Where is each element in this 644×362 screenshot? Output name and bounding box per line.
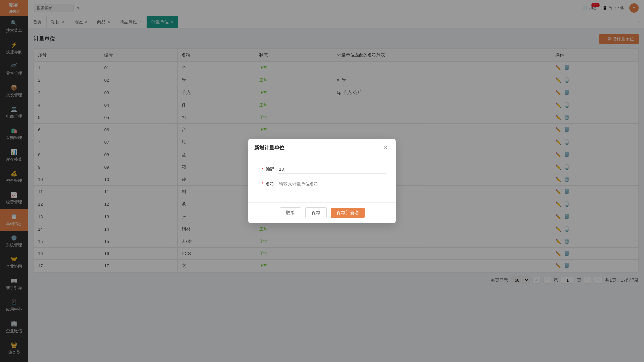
save-add-button[interactable]: 保存并新增 — [331, 208, 365, 218]
modal-close-button[interactable]: × — [382, 144, 390, 152]
form-row-code: * 编码 — [258, 165, 386, 174]
code-input[interactable] — [278, 165, 386, 174]
cancel-button[interactable]: 取消 — [280, 207, 301, 218]
required-star-name: * — [262, 181, 263, 186]
form-row-name: * 名称 — [258, 180, 386, 188]
modal-footer: 取消 保存 保存并新增 — [248, 202, 396, 223]
modal-body: * 编码 * 名称 — [248, 157, 396, 202]
modal-title: 新增计量单位 — [254, 145, 284, 151]
required-star-code: * — [262, 167, 263, 172]
name-input[interactable] — [278, 180, 386, 188]
modal-header: 新增计量单位 × — [248, 139, 396, 157]
save-button[interactable]: 保存 — [305, 207, 327, 218]
form-label-name: * 名称 — [258, 181, 274, 187]
modal-overlay[interactable]: 新增计量单位 × * 编码 * 名称 取消 保存 保存并新增 — [0, 0, 644, 362]
add-unit-modal: 新增计量单位 × * 编码 * 名称 取消 保存 保存并新增 — [248, 139, 396, 223]
form-label-code: * 编码 — [258, 166, 274, 172]
